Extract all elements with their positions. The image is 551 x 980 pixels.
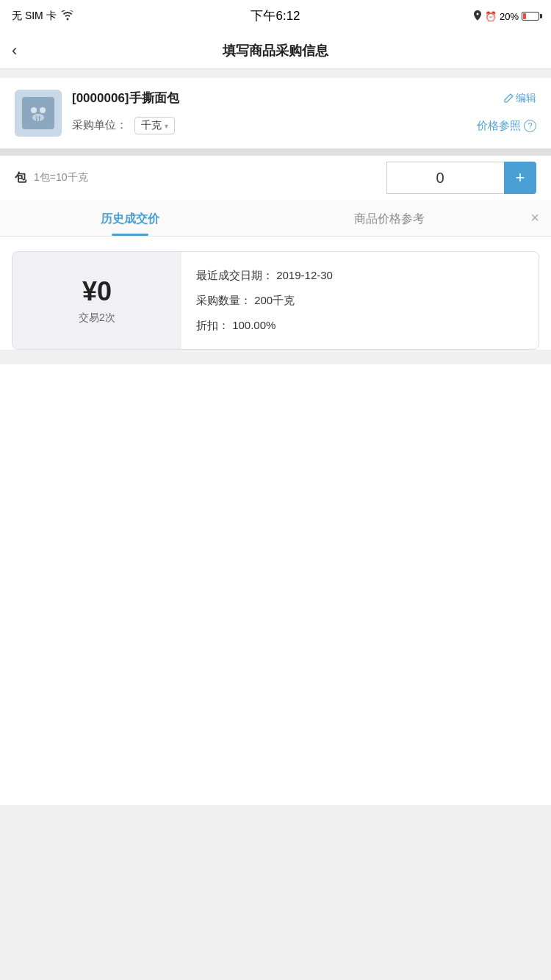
history-recent-date: 最近成交日期： 2019-12-30 [196,267,524,284]
help-icon: ? [524,120,536,132]
purchase-unit-row: 采购单位： 千克 ▾ 价格参照 ? [72,117,536,134]
quantity-input-group: + [386,162,536,194]
history-discount: 折扣： 100.00% [196,317,524,334]
quantity-label-group: 包 1包=10千克 [15,170,88,186]
history-details-section: 最近成交日期： 2019-12-30 采购数量： 200千克 折扣： 100.0… [181,252,539,349]
tab-reference[interactable]: 商品价格参考 [259,200,519,236]
recent-date-value: 2019-12-30 [276,269,333,281]
price-ref-button[interactable]: 价格参照 ? [477,119,536,133]
quantity-row: 包 1包=10千克 + [0,156,551,200]
quantity-input[interactable] [386,162,504,194]
discount-value: 100.00% [232,319,276,331]
recent-date-label: 最近成交日期： [196,269,273,281]
status-right: ⏰ 20% [473,10,539,23]
purchase-qty-value: 200千克 [254,294,295,306]
discount-label: 折扣： [196,319,229,331]
history-price: ¥0 [82,276,112,307]
product-thumb-icon: 计 [22,97,54,129]
section-divider [0,148,551,156]
purchase-unit-label: 采购单位： [72,118,127,131]
edit-button[interactable]: 编辑 [503,92,536,105]
product-row: 计 [0000006]手撕面包 编辑 采购单位： 千克 [15,90,536,137]
product-details: [0000006]手撕面包 编辑 采购单位： 千克 ▾ 价格 [72,90,536,134]
product-card: 计 [0000006]手撕面包 编辑 采购单位： 千克 [0,78,551,148]
history-purchase-qty: 采购数量： 200千克 [196,292,524,309]
price-ref-label: 价格参照 [477,119,521,133]
tab-history[interactable]: 历史成交价 [0,200,259,236]
nav-bar: ‹ 填写商品采购信息 [0,32,551,69]
status-left: 无 SIM 卡 [12,10,74,23]
purchase-unit-group: 采购单位： 千克 ▾ [72,117,175,134]
history-card: ¥0 交易2次 最近成交日期： 2019-12-30 采购数量： 200千克 折… [12,251,539,350]
svg-point-1 [40,107,46,113]
alarm-icon: ⏰ [485,11,497,22]
carrier-label: 无 SIM 卡 [12,10,57,23]
location-icon [473,10,482,23]
battery-percentage: 20% [500,11,519,22]
history-trade-count: 交易2次 [79,311,115,325]
product-thumbnail: 计 [15,90,62,137]
close-button[interactable]: × [519,202,551,234]
page-title: 填写商品采购信息 [223,42,328,60]
purchase-qty-label: 采购数量： [196,294,251,306]
quantity-plus-button[interactable]: + [504,162,536,194]
product-name: [0000006]手撕面包 [72,90,179,107]
chevron-down-icon: ▾ [165,122,168,130]
bottom-panel: 历史成交价 商品价格参考 × ¥0 交易2次 最近成交日期： 2019-12-3… [0,200,551,350]
battery-icon [522,12,539,21]
tabs-row: 历史成交价 商品价格参考 × [0,200,551,237]
svg-text:计: 计 [35,115,41,122]
product-name-row: [0000006]手撕面包 编辑 [72,90,536,107]
unit-equiv: 1包=10千克 [34,171,88,184]
wifi-icon [61,10,74,23]
unit-value: 千克 [141,119,162,132]
status-bar: 无 SIM 卡 下午6:12 ⏰ 20% [0,0,551,32]
history-price-section: ¥0 交易2次 [12,252,181,349]
svg-point-0 [31,107,37,113]
edit-icon [503,93,514,104]
status-time: 下午6:12 [251,7,300,24]
unit-selector[interactable]: 千克 ▾ [134,117,175,134]
white-area [0,364,551,805]
back-button[interactable]: ‹ [12,41,17,60]
unit-badge: 包 [15,170,26,186]
